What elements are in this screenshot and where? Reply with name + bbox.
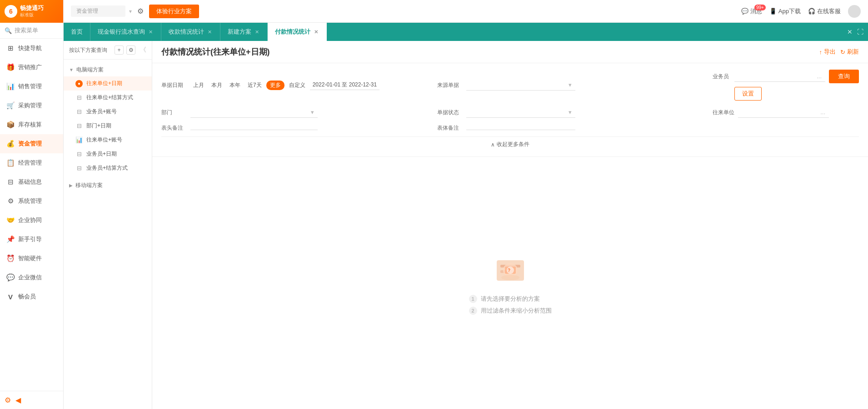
docstatus-label-r: 单据状态 bbox=[437, 109, 463, 116]
body-note-label-r: 表体备注 bbox=[437, 124, 463, 132]
tab-payment-stat[interactable]: 付款情况统计 ✕ bbox=[268, 23, 327, 41]
tab-new-plan[interactable]: 新建方案 ✕ bbox=[220, 23, 268, 41]
plan-item-staff-account[interactable]: ⊟ 业务员+账号 bbox=[64, 105, 152, 119]
content-area: 按以下方案查询 + ⚙ 《 ▼ 电脑端方案 ● 往来单位+日期 ⊟ bbox=[64, 41, 868, 409]
plan-item-unit-account-icon: 📊 bbox=[75, 136, 83, 144]
search-menu[interactable]: 🔍 搜索菜单 bbox=[0, 23, 63, 39]
desktop-plan-section: ▼ 电脑端方案 ● 往来单位+日期 ⊟ 往来单位+结算方式 ⊟ 业务员+账号 ⊟ bbox=[64, 60, 152, 179]
trial-button[interactable]: 体验行业方案 bbox=[149, 5, 199, 18]
filter-cell-docstatus: 单据状态 ▾ bbox=[437, 103, 713, 121]
quick-nav-icon: ⊞ bbox=[6, 44, 15, 52]
opt-more[interactable]: 更多 bbox=[266, 81, 284, 90]
empty-num-1: 1 bbox=[469, 295, 477, 303]
purchase-icon: 🛒 bbox=[6, 101, 15, 110]
add-plan-button[interactable]: + bbox=[115, 45, 124, 55]
sidebar-item-system[interactable]: ⚙ 系统管理 bbox=[0, 192, 63, 211]
app-download-action[interactable]: 📱 App下载 bbox=[769, 7, 801, 15]
capital-icon: 💰 bbox=[6, 140, 15, 148]
sidebar-item-label: 基础信息 bbox=[18, 178, 42, 186]
plan-item-unit-settle[interactable]: ⊟ 往来单位+结算方式 bbox=[64, 91, 152, 105]
plan-item-unit-settle-label: 往来单位+结算方式 bbox=[86, 94, 133, 101]
user-avatar[interactable] bbox=[848, 5, 861, 18]
sidebar-item-member[interactable]: V 畅会员 bbox=[0, 287, 63, 306]
mobile-section[interactable]: ▶ 移动端方案 bbox=[64, 179, 152, 192]
tab-close-all-icon[interactable]: ✕ bbox=[847, 28, 853, 35]
message-action[interactable]: 💬 消息 99+ bbox=[741, 7, 762, 15]
tab-home-label: 首页 bbox=[71, 28, 83, 36]
plan-item-staff-date[interactable]: ⊟ 业务员+日期 bbox=[64, 147, 152, 161]
sidebar-item-label: 新手引导 bbox=[18, 235, 42, 243]
left-panel-actions: + ⚙ 《 bbox=[115, 45, 146, 55]
sidebar-item-guide[interactable]: 📌 新手引导 bbox=[0, 230, 63, 249]
sidebar-item-marketing[interactable]: 🎁 营销推广 bbox=[0, 58, 63, 77]
export-button[interactable]: ↑ 导出 bbox=[819, 48, 836, 56]
logo-icon: 6 bbox=[5, 5, 17, 18]
source-select[interactable]: ▾ bbox=[466, 80, 575, 91]
opt-last7[interactable]: 近7天 bbox=[245, 81, 264, 90]
plan-item-unit-date-icon: ● bbox=[75, 80, 83, 87]
staff-select[interactable]: ... bbox=[734, 71, 825, 82]
sidebar: 6 畅捷通巧 标准版 🔍 搜索菜单 ⊞ 快捷导航 🎁 营销推广 📊 销售管理 🛒… bbox=[0, 0, 64, 409]
tab-receipt-stat[interactable]: 收款情况统计 ✕ bbox=[161, 23, 220, 41]
date-range-val[interactable]: 2022-01-01 至 2022-12-31 bbox=[310, 80, 379, 90]
message-badge: 99+ bbox=[754, 5, 766, 10]
body-note-input[interactable] bbox=[466, 126, 575, 130]
tab-new-plan-close-icon[interactable]: ✕ bbox=[254, 28, 260, 36]
plan-item-unit-date[interactable]: ● 往来单位+日期 bbox=[64, 76, 152, 91]
sidebar-item-label: 企业微信 bbox=[18, 273, 42, 282]
sidebar-item-cooperation[interactable]: 🤝 企业协同 bbox=[0, 211, 63, 230]
sidebar-item-inventory[interactable]: 📦 库存核算 bbox=[0, 115, 63, 134]
unit-select[interactable]: ... bbox=[738, 107, 829, 118]
sidebar-logo: 6 畅捷通巧 标准版 bbox=[0, 0, 63, 23]
mobile-section-chevron-icon: ▶ bbox=[69, 183, 73, 188]
plan-item-staff-settle[interactable]: ⊟ 业务员+结算方式 bbox=[64, 161, 152, 175]
refresh-button[interactable]: ↻ 刷新 bbox=[840, 48, 859, 56]
tab-receipt-stat-close-icon[interactable]: ✕ bbox=[207, 28, 213, 36]
tab-payment-stat-close-icon[interactable]: ✕ bbox=[313, 28, 319, 36]
query-button[interactable]: 查询 bbox=[829, 70, 859, 83]
settings-button[interactable]: 设置 bbox=[734, 87, 762, 101]
unit-dots-icon: ... bbox=[820, 109, 825, 116]
source-chevron-icon: ▾ bbox=[569, 81, 572, 88]
sidebar-item-purchase[interactable]: 🛒 采购管理 bbox=[0, 96, 63, 115]
member-icon: V bbox=[6, 293, 15, 301]
sidebar-item-label: 智能硬件 bbox=[18, 254, 42, 263]
tab-bank-flow[interactable]: 现金银行流水查询 ✕ bbox=[90, 23, 161, 41]
sidebar-item-sales[interactable]: 📊 销售管理 bbox=[0, 77, 63, 96]
sidebar-item-capital[interactable]: 💰 资金管理 bbox=[0, 134, 63, 153]
tab-bank-flow-close-icon[interactable]: ✕ bbox=[148, 28, 154, 36]
sidebar-item-label: 库存核算 bbox=[18, 121, 42, 129]
plan-item-staff-account-label: 业务员+账号 bbox=[86, 108, 117, 116]
app-icon: 📱 bbox=[769, 8, 777, 15]
opt-this-month[interactable]: 本月 bbox=[209, 81, 225, 90]
tabs-bar: 首页 现金银行流水查询 ✕ 收款情况统计 ✕ 新建方案 ✕ 付款情况统计 ✕ ✕… bbox=[64, 23, 868, 41]
sidebar-item-basic[interactable]: ⊟ 基础信息 bbox=[0, 172, 63, 192]
sidebar-item-wechat[interactable]: 💬 企业微信 bbox=[0, 268, 63, 287]
opt-custom[interactable]: 自定义 bbox=[286, 81, 308, 90]
guide-icon: 📌 bbox=[6, 235, 15, 243]
docstatus-select[interactable]: ▾ bbox=[466, 107, 575, 118]
header-note-input[interactable] bbox=[190, 126, 318, 130]
sidebar-item-hardware[interactable]: ⏰ 智能硬件 bbox=[0, 249, 63, 268]
plan-settings-icon[interactable]: ⚙ bbox=[126, 45, 135, 55]
tab-home[interactable]: 首页 bbox=[64, 23, 90, 41]
sidebar-item-business[interactable]: 📋 经营管理 bbox=[0, 153, 63, 172]
tab-expand-icon[interactable]: ⛶ bbox=[857, 28, 863, 35]
collapse-filter-button[interactable]: ∧ 收起更多条件 bbox=[491, 141, 529, 148]
opt-last-month[interactable]: 上月 bbox=[190, 81, 207, 90]
sidebar-item-quick-nav[interactable]: ⊞ 快捷导航 bbox=[0, 39, 63, 58]
footer-settings-icon[interactable]: ⚙ bbox=[5, 396, 11, 404]
panel-collapse-icon[interactable]: 《 bbox=[140, 46, 146, 54]
opt-this-year[interactable]: 本年 bbox=[227, 81, 243, 90]
plan-item-dept-date[interactable]: ⊟ 部门+日期 bbox=[64, 119, 152, 133]
desktop-section-header[interactable]: ▼ 电脑端方案 bbox=[64, 63, 152, 76]
dept-select[interactable]: ▾ bbox=[190, 107, 318, 118]
logo-title: 畅捷通巧 bbox=[20, 5, 44, 12]
tab-payment-stat-label: 付款情况统计 bbox=[275, 28, 310, 36]
plan-item-unit-account[interactable]: 📊 往来单位+账号 bbox=[64, 133, 152, 147]
sidebar-item-label: 采购管理 bbox=[18, 101, 42, 110]
plan-item-dept-date-label: 部门+日期 bbox=[86, 122, 111, 130]
header-settings-icon[interactable]: ⚙ bbox=[135, 5, 145, 17]
footer-collapse-icon[interactable]: ◀ bbox=[15, 396, 21, 404]
online-service-action[interactable]: 🎧 在线客服 bbox=[808, 7, 841, 15]
